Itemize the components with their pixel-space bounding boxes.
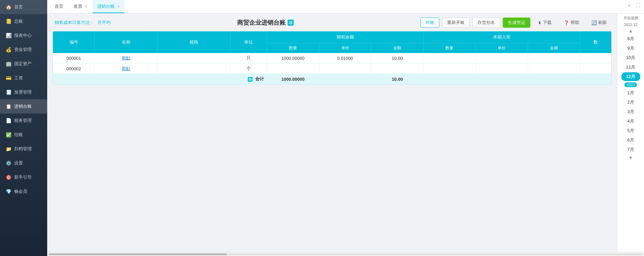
total-ob-qty: 1000.00000 [267,74,319,84]
sidebar-item-settings[interactable]: ⚙️ 设置 [0,156,47,170]
sidebar-label-settings: 设置 [14,160,23,166]
total-row: 合 合计 1000.00000 10.00 [53,74,611,84]
col-header-spec: 规格 [157,31,231,53]
reconcile-button[interactable]: 对账 [420,18,439,28]
row1-ob-price: 0.01000 [319,53,371,63]
close-button[interactable]: × [626,2,633,9]
month-2023-7[interactable]: 7月 [621,145,640,154]
month-scroll-up[interactable]: ▲ [627,27,635,34]
salary-icon: 💳 [5,75,11,81]
assets-icon: 🏢 [5,61,11,67]
row1-name[interactable]: 前缸 [95,53,157,63]
help-button[interactable]: ❓ 帮助 [559,18,584,27]
row1-ob-qty: 1000.00000 [267,53,319,63]
tab-invoice-label: 发票 [74,3,82,9]
row1-ob-amount: 10.00 [371,53,423,63]
month-2023-1[interactable]: 1月 [621,88,640,97]
sidebar-item-assets[interactable]: 🏢 固定资产 [0,57,47,71]
info-icon[interactable]: 目 [288,20,294,26]
total-in-amount [528,74,580,84]
col-header-current-in: 本期入库 [423,31,580,43]
month-panel: 月份选择 2022.12 ▲ 8月 9月 10月 11月 12月 2023 1月… [617,14,644,252]
expand-button[interactable]: ⛶ [635,2,641,9]
sidebar-item-guide[interactable]: 🎯 新手引导 [0,170,47,184]
sub-col-in-qty: 数量 [423,43,476,53]
cost-method: 销售成本计算方法： 月平均 [53,20,111,26]
sidebar-item-salary[interactable]: 💳 工资 [0,71,47,85]
sidebar-item-funds[interactable]: 💰 资金管理 [0,43,47,57]
total-ob-price [319,74,371,84]
horizontal-scrollbar[interactable] [47,252,644,256]
download-button[interactable]: ⬇ 下载 [533,18,556,27]
sidebar-item-tax[interactable]: 📄 税务管理 [0,113,47,128]
tab-home[interactable]: 首页 [50,0,68,13]
sub-col-ob-qty: 数量 [267,43,319,53]
member-icon: 💎 [5,188,11,195]
window-controls: × ⛶ [626,2,641,9]
funds-icon: 💰 [5,47,11,53]
scrollbar-thumb[interactable] [49,253,227,255]
month-2023-2[interactable]: 2月 [621,98,640,107]
save-alias-button[interactable]: 存货别名 [472,18,500,28]
invoice-icon: 🧾 [5,89,11,95]
sidebar-label-inventory: 进销台账 [14,103,32,109]
row2-in-amount [528,63,580,74]
year-badge-2023: 2023 [624,82,637,87]
reports-icon: 📊 [5,32,11,39]
month-scroll-down[interactable]: ▼ [627,154,635,161]
data-table: 编号 名称 规格 单位 期初余额 本期入库 数 数量 单价 金额 数 [53,31,612,84]
month-2023-5[interactable]: 5月 [621,126,640,135]
sidebar-item-ledger[interactable]: 📒 总账 [0,14,47,28]
month-9[interactable]: 9月 [621,44,640,53]
row2-extra [580,63,611,74]
total-ob-amount: 10.00 [371,74,423,84]
month-8[interactable]: 8月 [621,34,640,43]
cost-method-label: 销售成本计算方法： [55,20,94,25]
tab-home-label: 首页 [55,3,63,9]
tab-invoice-close[interactable]: × [85,4,87,8]
row2-name[interactable]: 前缸 [95,63,157,74]
generate-voucher-button[interactable]: 生成凭证 [503,18,530,28]
reopen-button[interactable]: 重新开账 [442,18,470,28]
sidebar-label-invoice: 发票管理 [14,89,32,95]
sidebar: 🏠 首页 📒 总账 📊 报表中心 💰 资金管理 🏢 固定资产 💳 工资 🧾 发票… [0,0,47,256]
month-2023-3[interactable]: 3月 [621,107,640,116]
tab-inventory-close[interactable]: × [117,4,119,8]
page-content: 销售成本计算方法： 月平均 商贸企业进销台账 目 对账 重新开账 存货别名 生成… [47,14,617,252]
month-11[interactable]: 11月 [621,63,640,72]
sidebar-label-salary: 工资 [14,75,23,81]
sidebar-label-reports: 报表中心 [14,32,32,39]
sidebar-item-inventory[interactable]: 📋 进销台账 [0,99,47,113]
refresh-button[interactable]: 🔄 刷新 [587,18,612,27]
sidebar-item-home[interactable]: 🏠 首页 [0,0,47,14]
sub-col-in-amount: 金额 [528,43,580,53]
col-header-opening: 期初余额 [267,31,423,43]
tax-icon: 📄 [5,118,11,124]
tab-inventory[interactable]: 进销台账 × [92,0,124,13]
col-header-unit: 单位 [230,31,267,53]
row1-spec [157,53,231,63]
sidebar-item-invoice[interactable]: 🧾 发票管理 [0,85,47,99]
month-12[interactable]: 12月 [621,72,640,81]
col-header-no: 编号 [53,31,95,53]
guide-icon: 🎯 [5,174,11,180]
sidebar-label-funds: 资金管理 [14,47,32,53]
sidebar-item-closing[interactable]: ✅ 结账 [0,128,47,142]
sidebar-item-reports[interactable]: 📊 报表中心 [0,28,47,43]
header-bar: 销售成本计算方法： 月平均 商贸企业进销台账 目 对账 重新开账 存货别名 生成… [53,18,612,28]
tab-invoice[interactable]: 发票 × [69,0,92,13]
month-2023-4[interactable]: 4月 [621,117,640,126]
month-10[interactable]: 10月 [621,53,640,62]
sidebar-item-archive[interactable]: 📁 归档管理 [0,142,47,156]
month-2023-6[interactable]: 6月 [621,136,640,145]
row2-spec [157,63,231,74]
scrollbar-track[interactable] [49,253,643,255]
ledger-icon: 📒 [5,18,11,24]
sidebar-label-closing: 结账 [14,132,23,138]
inventory-icon: 📋 [5,103,11,109]
sidebar-label-member: 畅会员 [14,188,27,195]
sidebar-item-member[interactable]: 💎 畅会员 [0,184,47,199]
toolbar: 对账 重新开账 存货别名 生成凭证 ⬇ 下载 ❓ 帮助 🔄 刷新 [420,18,612,28]
sub-col-ob-amount: 金额 [371,43,423,53]
total-extra [580,74,611,84]
